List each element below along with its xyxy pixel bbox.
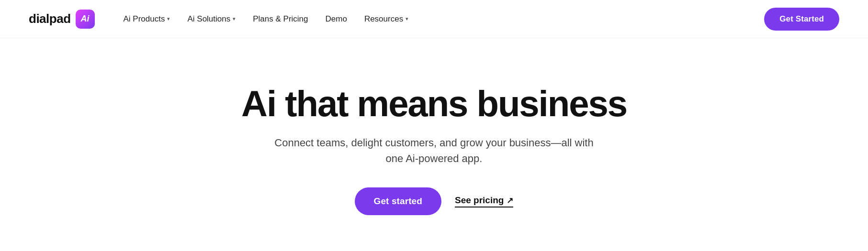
nav-item-demo[interactable]: Demo bbox=[326, 14, 347, 24]
navbar: dialpad Ai Ai Products ▾ Ai Solutions ▾ … bbox=[0, 0, 868, 38]
nav-item-ai-solutions[interactable]: Ai Solutions ▾ bbox=[187, 14, 236, 24]
hero-subtitle: Connect teams, delight customers, and gr… bbox=[267, 135, 602, 166]
chevron-down-icon: ▾ bbox=[406, 16, 408, 22]
chevron-down-icon: ▾ bbox=[233, 16, 236, 22]
nav-item-plans-pricing[interactable]: Plans & Pricing bbox=[253, 14, 308, 24]
hero-actions: Get started See pricing ↗ bbox=[355, 187, 514, 215]
chevron-down-icon: ▾ bbox=[167, 16, 170, 22]
see-pricing-label: See pricing bbox=[455, 195, 504, 206]
hero-see-pricing-button[interactable]: See pricing ↗ bbox=[455, 195, 513, 207]
nav-label-demo: Demo bbox=[326, 14, 347, 24]
nav-links: Ai Products ▾ Ai Solutions ▾ Plans & Pri… bbox=[124, 14, 765, 24]
logo[interactable]: dialpad Ai bbox=[29, 10, 95, 29]
hero-title: Ai that means business bbox=[241, 84, 627, 124]
hero-get-started-button[interactable]: Get started bbox=[355, 187, 441, 215]
brand-name: dialpad bbox=[29, 11, 71, 26]
nav-label-ai-products: Ai Products bbox=[124, 14, 165, 24]
hero-section: Ai that means business Connect teams, de… bbox=[0, 38, 868, 251]
brand-icon: Ai bbox=[76, 10, 95, 29]
nav-get-started-button[interactable]: Get Started bbox=[764, 8, 839, 31]
nav-label-ai-solutions: Ai Solutions bbox=[187, 14, 230, 24]
nav-label-resources: Resources bbox=[364, 14, 403, 24]
nav-label-plans-pricing: Plans & Pricing bbox=[253, 14, 308, 24]
nav-item-resources[interactable]: Resources ▾ bbox=[364, 14, 408, 24]
external-link-icon: ↗ bbox=[507, 196, 513, 206]
nav-item-ai-products[interactable]: Ai Products ▾ bbox=[124, 14, 170, 24]
